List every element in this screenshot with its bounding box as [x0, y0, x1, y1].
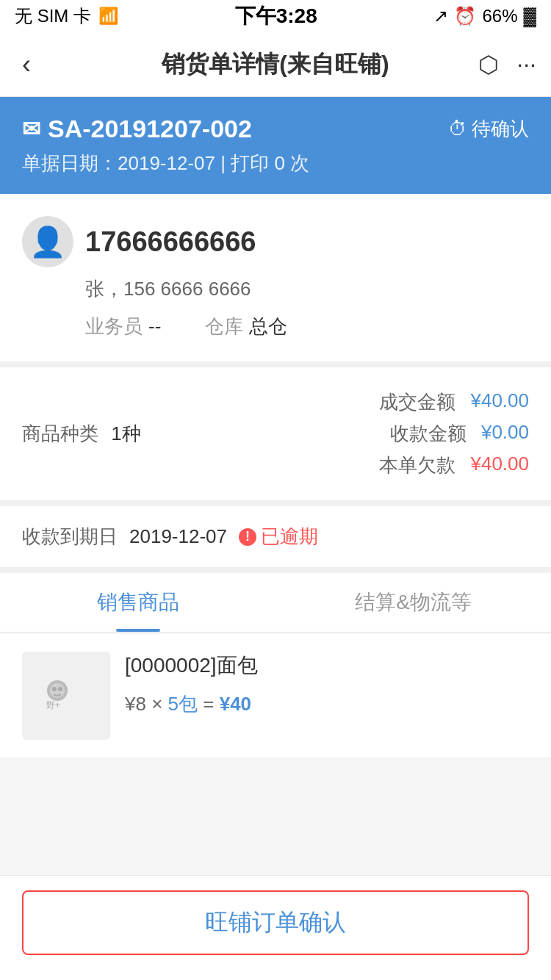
- product-name: [0000002]面包: [125, 652, 529, 680]
- svg-point-2: [52, 687, 57, 691]
- stats-left: 商品种类 1种: [22, 389, 379, 478]
- debt-amount-label: 本单欠款: [379, 453, 455, 478]
- due-date-value: 2019-12-07: [129, 525, 227, 548]
- order-header-top: ✉ SA-20191207-002 ⏱ 待确认: [22, 115, 529, 143]
- back-button[interactable]: ‹: [15, 42, 38, 87]
- salesperson-value: --: [148, 315, 161, 338]
- salesperson-info: 业务员 --: [85, 314, 161, 339]
- carrier-text: 无 SIM 卡: [15, 4, 91, 28]
- customer-card: 👤 17666666666 张，156 6666 6666 业务员 -- 仓库 …: [0, 194, 551, 367]
- transaction-amount-label: 成交金额: [379, 389, 455, 415]
- salesperson-label: 业务员: [85, 314, 143, 339]
- status-right: ↗ ⏰ 66% ▓: [433, 6, 536, 26]
- transaction-amount-value: ¥40.00: [470, 389, 529, 415]
- customer-meta: 业务员 -- 仓库 总仓: [22, 314, 529, 339]
- nav-title: 销货单详情(来自旺铺): [162, 48, 389, 81]
- status-left: 无 SIM 卡 📶: [15, 4, 118, 28]
- warehouse-label: 仓库: [205, 314, 243, 339]
- status-time: 下午3:28: [235, 2, 317, 30]
- status-bar: 无 SIM 卡 📶 下午3:28 ↗ ⏰ 66% ▓: [0, 0, 551, 32]
- customer-sub-info: 张，156 6666 6666: [22, 276, 529, 302]
- order-envelope-icon: ✉: [22, 116, 40, 142]
- order-header-banner: ✉ SA-20191207-002 ⏱ 待确认 单据日期：2019-12-07 …: [0, 97, 551, 194]
- bottom-bar: 旺铺订单确认: [0, 875, 551, 980]
- share-icon[interactable]: ⬡: [478, 51, 499, 79]
- tab-settlement-label: 结算&物流等: [355, 588, 472, 616]
- tab-bar: 销售商品 结算&物流等: [0, 573, 551, 633]
- tab-products[interactable]: 销售商品: [0, 573, 276, 632]
- debt-amount-row: 本单欠款 ¥40.00: [379, 453, 529, 478]
- tab-products-label: 销售商品: [97, 588, 179, 616]
- bottom-spacer: [0, 758, 551, 876]
- overdue-text: 已逾期: [261, 524, 318, 550]
- status-clock-icon: ⏱: [448, 118, 467, 140]
- nav-actions: ⬡ ···: [478, 51, 536, 79]
- overdue-badge: ! 已逾期: [239, 524, 318, 550]
- avatar: 👤: [22, 216, 73, 267]
- order-id-container: ✉ SA-20191207-002: [22, 115, 252, 143]
- order-date-text: 单据日期：2019-12-07 | 打印 0 次: [22, 151, 529, 176]
- battery-icon: ▓: [523, 6, 536, 26]
- warehouse-info: 仓库 总仓: [205, 314, 287, 339]
- product-qty: 5包: [168, 693, 198, 715]
- wifi-icon: 📶: [98, 7, 118, 26]
- debt-amount-value: ¥40.00: [470, 453, 529, 478]
- product-price: ¥8 × 5包 = ¥40: [125, 691, 529, 717]
- receipt-amount-row: 收款金额 ¥0.00: [390, 421, 529, 447]
- order-id-text: SA-20191207-002: [48, 115, 252, 143]
- battery-text: 66%: [482, 6, 517, 26]
- transaction-amount-row: 成交金额 ¥40.00: [379, 389, 529, 415]
- avatar-icon: 👤: [29, 225, 66, 259]
- due-date-row: 收款到期日 2019-12-07 ! 已逾期: [0, 506, 551, 573]
- product-type-value: 1种: [111, 422, 140, 444]
- order-status-text: 待确认: [472, 116, 529, 142]
- more-icon[interactable]: ···: [516, 51, 536, 78]
- overdue-dot-icon: !: [239, 528, 256, 546]
- svg-text:野+: 野+: [46, 700, 60, 710]
- receipt-amount-label: 收款金额: [390, 421, 467, 447]
- confirm-order-button[interactable]: 旺铺订单确认: [22, 890, 529, 955]
- location-icon: ↗: [433, 6, 448, 26]
- order-status: ⏱ 待确认: [448, 116, 529, 142]
- stats-card: 商品种类 1种 成交金额 ¥40.00 收款金额 ¥0.00 本单欠款 ¥40.…: [0, 367, 551, 506]
- product-type-item: 商品种类 1种: [22, 419, 379, 450]
- stats-right: 成交金额 ¥40.00 收款金额 ¥0.00 本单欠款 ¥40.00: [379, 389, 529, 478]
- product-total: ¥40: [220, 693, 251, 715]
- svg-point-3: [58, 687, 62, 691]
- customer-top: 👤 17666666666: [22, 216, 529, 267]
- product-info: [0000002]面包 ¥8 × 5包 = ¥40: [125, 652, 529, 717]
- due-date-label: 收款到期日: [22, 524, 118, 550]
- customer-phone: 17666666666: [85, 226, 256, 258]
- alarm-icon: ⏰: [454, 6, 476, 26]
- receipt-amount-value: ¥0.00: [481, 421, 529, 447]
- price-equals: =: [203, 693, 219, 715]
- price-unit: ¥8 ×: [125, 693, 168, 715]
- warehouse-value: 总仓: [249, 314, 287, 339]
- tab-settlement[interactable]: 结算&物流等: [276, 573, 551, 632]
- table-row: 野+ [0000002]面包 ¥8 × 5包 = ¥40: [0, 634, 551, 758]
- product-type-label: 商品种类: [22, 422, 98, 444]
- product-list: 野+ [0000002]面包 ¥8 × 5包 = ¥40: [0, 634, 551, 758]
- nav-bar: ‹ 销货单详情(来自旺铺) ⬡ ···: [0, 32, 551, 97]
- product-logo-icon: 野+: [44, 677, 88, 714]
- product-thumbnail: 野+: [22, 652, 110, 740]
